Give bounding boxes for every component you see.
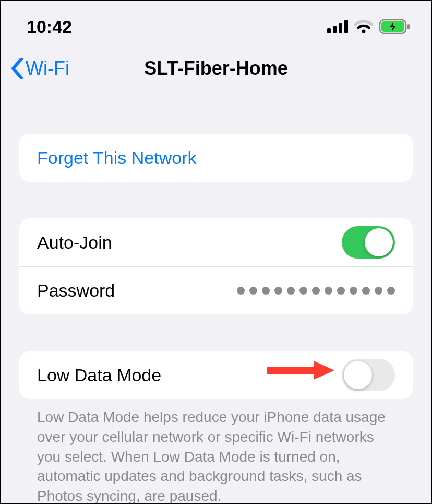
toggle-knob xyxy=(344,361,372,389)
password-dot xyxy=(274,287,282,295)
password-dot xyxy=(312,287,320,295)
forget-group: Forget This Network xyxy=(19,134,413,182)
low-data-group: Low Data Mode xyxy=(19,351,413,399)
password-dot xyxy=(262,287,270,295)
forget-network-button[interactable]: Forget This Network xyxy=(19,134,413,182)
password-dots xyxy=(237,287,395,295)
low-data-footer: Low Data Mode helps reduce your iPhone d… xyxy=(1,399,431,504)
password-dot xyxy=(249,287,257,295)
low-data-toggle[interactable] xyxy=(342,359,395,391)
status-icons xyxy=(327,19,411,34)
battery-charging-icon xyxy=(379,19,411,34)
cellular-icon xyxy=(327,20,348,33)
wifi-icon xyxy=(354,20,373,33)
password-dot xyxy=(299,287,307,295)
password-label: Password xyxy=(37,280,115,301)
svg-rect-7 xyxy=(407,24,410,29)
status-time: 10:42 xyxy=(27,17,72,37)
password-dot xyxy=(387,287,395,295)
auto-join-row: Auto-Join xyxy=(19,218,413,266)
password-dot xyxy=(287,287,295,295)
password-dot xyxy=(350,287,357,295)
svg-rect-1 xyxy=(333,26,337,33)
chevron-left-icon xyxy=(11,58,23,79)
password-dot xyxy=(362,287,370,295)
auto-join-label: Auto-Join xyxy=(37,232,112,253)
low-data-row: Low Data Mode xyxy=(19,351,413,399)
auto-join-toggle[interactable] xyxy=(342,226,395,259)
toggle-knob xyxy=(365,228,393,256)
password-dot xyxy=(237,287,245,295)
password-row[interactable]: Password xyxy=(19,266,413,314)
password-dot xyxy=(325,287,332,295)
svg-rect-3 xyxy=(344,20,348,33)
low-data-label: Low Data Mode xyxy=(37,365,161,385)
svg-rect-0 xyxy=(327,28,331,33)
password-dot xyxy=(375,287,382,295)
svg-rect-2 xyxy=(339,23,342,33)
forget-network-label: Forget This Network xyxy=(37,148,196,168)
status-bar: 10:42 xyxy=(1,1,431,42)
back-label: Wi-Fi xyxy=(26,57,69,79)
svg-point-4 xyxy=(362,30,366,33)
connection-group: Auto-Join Password xyxy=(19,218,413,314)
password-dot xyxy=(337,287,345,295)
nav-bar: Wi-Fi SLT-Fiber-Home xyxy=(1,42,431,95)
back-button[interactable]: Wi-Fi xyxy=(11,57,69,79)
